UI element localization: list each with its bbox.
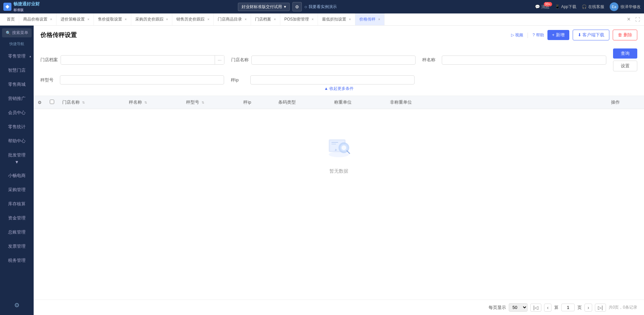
sidebar-item-purchase[interactable]: 采购管理	[0, 183, 34, 197]
divider: │	[527, 33, 529, 38]
close-icon[interactable]: ×	[245, 18, 247, 21]
sidebar-item-finance[interactable]: 资金管理	[0, 211, 34, 225]
version-selector[interactable]: 好业财标准版交付试用 ▾	[238, 3, 290, 11]
filter-store-archive: 门店档案 ···	[40, 55, 224, 65]
tab-store-catalog[interactable]: 门店商品目录 ×	[214, 13, 251, 26]
tab-home[interactable]: 首页	[3, 13, 19, 26]
sidebar-item-ecommerce[interactable]: 小畅电商	[0, 169, 34, 183]
last-page-button[interactable]: ▷|	[595, 304, 606, 312]
store-name-label: 门店名称	[231, 57, 249, 63]
close-icon[interactable]: ×	[166, 18, 168, 21]
tab-sale-price[interactable]: 售价提取设置 ×	[94, 13, 131, 26]
tab-purchase-strategy[interactable]: 进价策略设置 ×	[57, 13, 94, 26]
prev-page-button[interactable]: ‹	[544, 304, 552, 312]
close-icon[interactable]: ×	[312, 18, 314, 21]
page-header: 价格传秤设置 ▷ 视频 │ ? 帮助 + 新增 ⬇ 客户端下载 🗑 删除	[34, 26, 644, 44]
content-area: 价格传秤设置 ▷ 视频 │ ? 帮助 + 新增 ⬇ 客户端下载 🗑 删除	[34, 26, 644, 315]
sidebar-item-inventory[interactable]: 库存核算	[0, 197, 34, 211]
filter-store-name: 门店名称	[231, 56, 415, 65]
sidebar-settings-icon[interactable]: ⚙	[0, 299, 34, 312]
search-menu-button[interactable]: 🔍 搜索菜单	[2, 28, 32, 37]
help-link[interactable]: ? 帮助	[533, 32, 544, 38]
sidebar-item-marketing[interactable]: 营销推广	[0, 92, 34, 106]
video-link[interactable]: ▷ 视频	[511, 32, 523, 38]
store-archive-more-icon[interactable]: ···	[215, 56, 224, 64]
delete-button[interactable]: 🗑 删除	[613, 30, 637, 40]
close-icon[interactable]: ×	[87, 18, 90, 21]
first-page-button[interactable]: |◁	[530, 304, 541, 312]
page-title-row: 价格传秤设置 ▷ 视频 │ ? 帮助 + 新增 ⬇ 客户端下载 🗑 删除	[40, 30, 637, 40]
select-all-checkbox[interactable]	[50, 100, 54, 104]
sort-icon[interactable]: ⇅	[82, 101, 85, 104]
next-page-button[interactable]: ›	[584, 304, 592, 312]
page-number-input[interactable]	[561, 304, 575, 311]
sidebar-item-retail-stats[interactable]: 零售统计	[0, 120, 34, 134]
filter-row-2: 秤型号 秤ip	[40, 75, 637, 84]
sort-icon[interactable]: ⇅	[202, 101, 204, 104]
tab-pos-management[interactable]: POS加密管理 ×	[280, 13, 318, 26]
settings-button[interactable]: 设置	[613, 61, 637, 71]
sidebar-item-retail-mall[interactable]: 零售商城	[0, 77, 34, 92]
sidebar-item-member-center[interactable]: 会员中心	[0, 106, 34, 120]
table-col-action: 操作	[607, 96, 644, 109]
sidebar-item-smart-store[interactable]: 智慧门店	[0, 63, 34, 77]
pagination-bar: 每页显示 10 20 50 100 |◁ ‹ 算 页 › ▷| 共0页，0条记录	[34, 300, 644, 315]
tab-price-scale[interactable]: 价格传秤 ×	[355, 13, 385, 26]
online-service-item[interactable]: 🎧 在线客服	[582, 4, 604, 10]
table-col-checkbox[interactable]	[46, 96, 58, 109]
download-button[interactable]: ⬇ 客户端下载	[573, 30, 610, 40]
close-icon[interactable]: ×	[274, 18, 276, 21]
tab-purchase-history[interactable]: 采购历史价跟踪 ×	[131, 13, 173, 26]
tab-store-archive[interactable]: 门店档案 ×	[251, 13, 280, 26]
tab-goods-price[interactable]: 商品价格设置 ×	[19, 13, 57, 26]
table-col-settings[interactable]: ⚙	[34, 96, 46, 109]
sidebar-item-tax[interactable]: 税务管理	[0, 253, 34, 268]
page-actions: ▷ 视频 │ ? 帮助 + 新增 ⬇ 客户端下载 🗑 删除	[511, 30, 637, 40]
per-page-select[interactable]: 10 20 50 100	[509, 303, 528, 312]
store-archive-input[interactable]	[61, 56, 215, 64]
version-settings-icon[interactable]: ⚙	[292, 2, 302, 11]
data-table: ⚙ 门店名称 ⇅ 秤名称 ⇅ 秤型号	[34, 96, 644, 195]
expand-tabs-icon[interactable]: ⛶	[634, 17, 641, 22]
close-icon[interactable]: ×	[378, 18, 380, 21]
store-archive-label: 门店档案	[40, 57, 58, 63]
sort-icon[interactable]: ⇅	[144, 101, 147, 104]
collapse-button[interactable]: ▲ 收起更多条件	[40, 86, 637, 92]
scale-ip-label: 秤ip	[231, 77, 248, 83]
top-bar: 畅捷通好业财 标准版 好业财标准版交付试用 ▾ ⚙ ○ 我要看实例演示 💬 消息…	[0, 0, 644, 13]
close-icon[interactable]: ×	[207, 18, 209, 21]
close-icon[interactable]: ×	[125, 18, 127, 21]
query-button[interactable]: 查询	[613, 48, 637, 59]
filter-scale-model: 秤型号	[40, 75, 224, 84]
page-title: 价格传秤设置	[40, 31, 77, 39]
tab-home-label: 首页	[7, 16, 15, 22]
sidebar-quick-nav[interactable]: 快捷导航	[0, 40, 34, 49]
scale-model-input[interactable]	[60, 75, 224, 84]
tab-min-discount[interactable]: 最低折扣设置 ×	[318, 13, 355, 26]
total-info: 共0页，0条记录	[609, 305, 637, 310]
user-menu[interactable]: Ea 徐泽华修改	[610, 2, 641, 11]
empty-text: 暂无数据	[329, 168, 348, 174]
app-download-item[interactable]: 📱 App下载	[555, 4, 576, 10]
filter-row-1: 门店档案 ··· 门店名称 秤名称 查询 设置	[40, 48, 637, 71]
top-bar-right: 💬 消息 99+ 📱 App下载 🎧 在线客服 Ea 徐泽华修改	[535, 2, 641, 11]
scale-ip-input[interactable]	[250, 75, 415, 84]
scale-name-input[interactable]	[442, 56, 606, 65]
svg-rect-9	[331, 142, 338, 143]
sidebar-item-retail-management[interactable]: 零售管理	[0, 49, 34, 63]
user-name: 徐泽华修改	[620, 4, 641, 10]
close-icon[interactable]: ×	[50, 18, 52, 21]
close-icon[interactable]: ×	[349, 18, 351, 21]
sidebar-item-ledger[interactable]: 总账管理	[0, 225, 34, 239]
per-page-label: 每页显示	[489, 305, 506, 311]
app-name: 畅捷通好业财 标准版	[13, 1, 40, 12]
sidebar-item-invoice[interactable]: 发票管理	[0, 239, 34, 253]
add-button[interactable]: + 新增	[547, 30, 569, 40]
tab-sale-history[interactable]: 销售历史价跟踪 ×	[172, 13, 214, 26]
sidebar-item-wholesale[interactable]: 批发管理	[0, 148, 34, 169]
demo-button[interactable]: ○ 我要看实例演示	[305, 4, 337, 10]
close-all-tabs-icon[interactable]: ×	[625, 16, 633, 23]
store-name-input[interactable]	[251, 56, 415, 65]
sidebar-item-help[interactable]: 帮助中心	[0, 134, 34, 148]
messages-item[interactable]: 💬 消息 99+	[535, 4, 549, 10]
